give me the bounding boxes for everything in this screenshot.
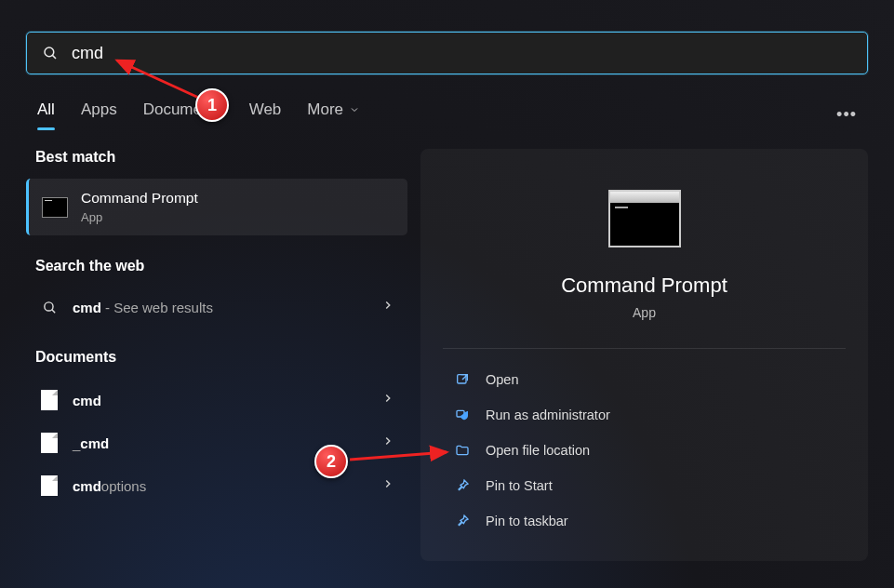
divider — [443, 348, 846, 349]
chevron-right-icon — [381, 477, 394, 494]
preview-type: App — [443, 305, 846, 320]
search-input[interactable] — [59, 44, 852, 63]
command-prompt-icon — [42, 197, 68, 218]
run-as-administrator-action[interactable]: Run as administrator — [443, 397, 846, 433]
folder-icon — [454, 442, 471, 459]
web-result-item[interactable]: cmd - See web results — [26, 287, 407, 327]
preview-panel: Command Prompt App Open Run as administr… — [420, 149, 868, 561]
search-icon — [39, 300, 60, 315]
document-icon — [39, 475, 60, 496]
svg-point-0 — [45, 47, 54, 57]
document-label: cmdoptions — [73, 478, 368, 494]
pin-to-start-action[interactable]: Pin to Start — [443, 468, 846, 503]
tab-all[interactable]: All — [37, 100, 55, 128]
filter-tabs: All Apps Documents Web More ••• — [26, 100, 868, 128]
pin-to-taskbar-action[interactable]: Pin to taskbar — [443, 503, 846, 539]
svg-line-3 — [51, 309, 54, 312]
shield-admin-icon — [454, 407, 471, 423]
web-result-label: cmd - See web results — [73, 300, 368, 315]
chevron-right-icon — [381, 299, 394, 315]
annotation-marker-2: 2 — [314, 445, 348, 478]
preview-title: Command Prompt — [443, 274, 846, 298]
document-icon — [39, 433, 60, 453]
chevron-down-icon — [349, 104, 360, 115]
action-label: Run as administrator — [486, 408, 610, 422]
document-label: cmd — [73, 393, 368, 408]
document-result-item[interactable]: cmdoptions — [26, 464, 407, 507]
svg-point-2 — [44, 301, 52, 310]
command-prompt-icon — [608, 190, 681, 247]
action-label: Pin to taskbar — [486, 514, 568, 528]
document-result-item[interactable]: cmd — [26, 379, 407, 421]
tab-apps[interactable]: Apps — [81, 100, 117, 128]
best-match-type: App — [81, 210, 198, 224]
open-action[interactable]: Open — [443, 362, 846, 397]
best-match-heading: Best match — [35, 149, 407, 166]
tab-web[interactable]: Web — [249, 100, 282, 128]
action-label: Open file location — [486, 443, 590, 458]
chevron-right-icon — [381, 392, 394, 408]
search-bar[interactable] — [26, 32, 868, 74]
document-icon — [39, 390, 60, 410]
action-label: Pin to Start — [486, 478, 553, 493]
tab-more-label: More — [307, 100, 343, 119]
open-icon — [454, 371, 471, 388]
tab-more[interactable]: More — [307, 100, 360, 128]
annotation-marker-1: 1 — [195, 88, 229, 122]
document-result-item[interactable]: _cmd — [26, 421, 407, 464]
svg-rect-4 — [458, 375, 466, 383]
best-match-result[interactable]: Command Prompt App — [26, 179, 407, 235]
pin-icon — [454, 477, 471, 494]
best-match-name: Command Prompt — [81, 190, 198, 207]
documents-heading: Documents — [35, 349, 407, 366]
search-icon — [42, 45, 59, 61]
more-options-button[interactable]: ••• — [836, 105, 857, 125]
svg-line-1 — [52, 55, 56, 59]
search-web-heading: Search the web — [35, 258, 407, 274]
action-label: Open — [486, 372, 518, 387]
pin-icon — [454, 513, 471, 529]
open-file-location-action[interactable]: Open file location — [443, 433, 846, 468]
chevron-right-icon — [381, 434, 394, 451]
